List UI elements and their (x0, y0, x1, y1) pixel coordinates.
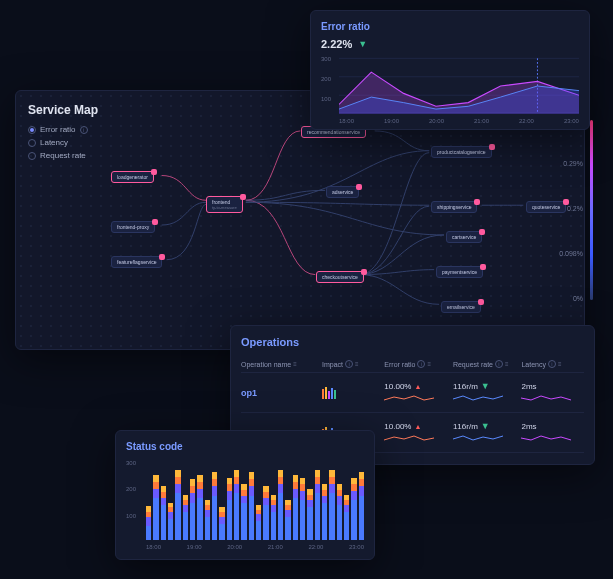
error-ratio-cell: 10.00%▲ (384, 422, 447, 444)
scale-tick: 0.098% (559, 250, 583, 257)
stacked-bar (153, 475, 158, 540)
node-badge-icon (152, 219, 158, 225)
request-rate-cell: 116r/m▼ (453, 421, 516, 444)
stacked-bar (190, 479, 195, 540)
stacked-bar (168, 503, 173, 540)
error-ratio-value: 2.22% ▼ (321, 38, 579, 50)
node-badge-icon (151, 169, 157, 175)
scale-tick: 0.29% (563, 160, 583, 167)
stacked-bar (205, 500, 210, 540)
impact-bars (322, 387, 378, 399)
node-quoteservice[interactable]: quoteservice (526, 201, 566, 213)
stacked-bar (322, 484, 327, 540)
status-code-panel: Status code 300 200 100 18:00 19:00 20:0… (115, 430, 375, 560)
status-code-title: Status code (126, 441, 364, 452)
radio-icon (28, 152, 36, 160)
node-badge-icon (480, 264, 486, 270)
stacked-bar (329, 470, 334, 540)
stacked-bar (183, 495, 188, 540)
stacked-bar (351, 478, 356, 540)
graph-canvas[interactable]: loadgeneratorfrontend-proxyfeatureflagse… (106, 121, 574, 339)
node-badge-icon (361, 269, 367, 275)
stacked-bar (263, 486, 268, 540)
x-axis-labels: 18:00 19:00 20:00 21:00 22:00 23:00 (126, 544, 364, 550)
radio-icon (28, 139, 36, 147)
filter-icon[interactable]: ≡ (293, 361, 297, 367)
node-paymentservice[interactable]: paymentservice (436, 266, 483, 278)
node-featureflagservice[interactable]: featureflagservice (111, 256, 162, 268)
table-row[interactable]: op1 10.00%▲ 116r/m▼ 2ms (241, 373, 584, 413)
node-productcatalogservice[interactable]: productcatalogservice (431, 146, 492, 158)
node-emailservice[interactable]: emailservice (441, 301, 481, 313)
scale-tick: 0.2% (567, 205, 583, 212)
sparkline-icon (453, 393, 503, 403)
stacked-bar (256, 505, 261, 540)
filter-icon[interactable]: ≡ (427, 361, 431, 367)
stacked-bar (300, 478, 305, 540)
status-code-chart[interactable]: 300 200 100 (126, 460, 364, 540)
col-error-ratio[interactable]: Error ratioi≡ (384, 360, 447, 368)
node-adservice[interactable]: adservice (326, 186, 359, 198)
node-badge-icon (356, 184, 362, 190)
stacked-bar (212, 472, 217, 540)
info-icon[interactable]: i (80, 126, 88, 134)
col-impact[interactable]: Impacti≡ (322, 360, 378, 368)
operations-title: Operations (241, 336, 584, 348)
stacked-bar (146, 506, 151, 540)
node-loadgenerator[interactable]: loadgenerator (111, 171, 154, 183)
op-name[interactable]: op1 (241, 388, 316, 398)
trend-down-icon: ▼ (481, 381, 490, 391)
latency-cell: 2ms (521, 382, 584, 404)
stacked-bar (175, 470, 180, 540)
color-scale (590, 120, 593, 300)
filter-icon[interactable]: ≡ (505, 361, 509, 367)
info-icon[interactable]: i (548, 360, 556, 368)
stacked-bar (337, 484, 342, 540)
info-icon[interactable]: i (417, 360, 425, 368)
stacked-bar (285, 500, 290, 540)
node-frontend[interactable]: frontendty-to-measure (206, 196, 243, 213)
stacked-bar (344, 495, 349, 540)
col-operation-name[interactable]: Operation name≡ (241, 360, 316, 368)
node-frontend-proxy[interactable]: frontend-proxy (111, 221, 155, 233)
node-shippingservice[interactable]: shippingservice (431, 201, 477, 213)
graph-edges (106, 121, 574, 339)
trend-up-icon: ▲ (414, 423, 421, 430)
sparkline-icon (384, 393, 434, 403)
stacked-bar (219, 507, 224, 540)
stacked-bar (307, 489, 312, 540)
request-rate-cell: 116r/m▼ (453, 381, 516, 404)
stacked-bar (293, 475, 298, 540)
stacked-bar (161, 486, 166, 540)
sparkline-icon (521, 393, 571, 403)
error-ratio-title: Error ratio (321, 21, 579, 32)
filter-icon[interactable]: ≡ (558, 361, 562, 367)
sparkline-icon (453, 433, 503, 443)
stacked-bar (234, 470, 239, 540)
col-request-rate[interactable]: Request ratei≡ (453, 360, 516, 368)
trend-up-icon: ▲ (414, 383, 421, 390)
info-icon[interactable]: i (345, 360, 353, 368)
stacked-bar (271, 495, 276, 540)
node-badge-icon (489, 144, 495, 150)
stacked-bar (197, 475, 202, 540)
stacked-bar (278, 470, 283, 540)
scale-tick: 0% (573, 295, 583, 302)
radio-icon (28, 126, 36, 134)
node-badge-icon (240, 194, 246, 200)
col-latency[interactable]: Latencyi≡ (521, 360, 584, 368)
trend-down-icon: ▼ (358, 39, 367, 49)
node-cartservice[interactable]: cartservice (446, 231, 482, 243)
error-ratio-chart[interactable]: 300 200 100 (321, 56, 579, 116)
filter-icon[interactable]: ≡ (355, 361, 359, 367)
stacked-bar (359, 472, 364, 540)
trend-down-icon: ▼ (481, 421, 490, 431)
node-badge-icon (478, 299, 484, 305)
stacked-bar (249, 472, 254, 540)
sparkline-icon (384, 433, 434, 443)
table-header: Operation name≡ Impacti≡ Error ratioi≡ R… (241, 356, 584, 373)
node-checkoutservice[interactable]: checkoutservice (316, 271, 364, 283)
info-icon[interactable]: i (495, 360, 503, 368)
error-ratio-cell: 10.00%▲ (384, 382, 447, 404)
stacked-bar (227, 478, 232, 540)
